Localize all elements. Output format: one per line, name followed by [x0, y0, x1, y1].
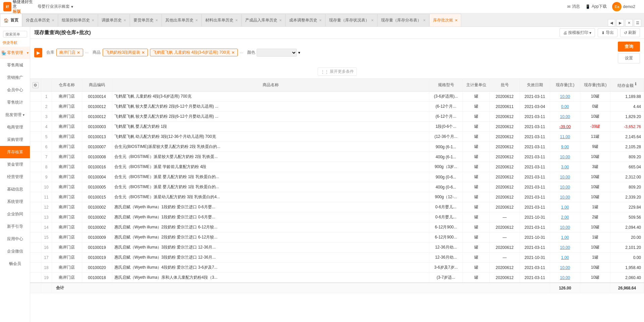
tab-menu-btn[interactable]: ☰	[634, 19, 641, 26]
product-tag-2[interactable]: 飞鹤星飞帆 儿童奶粉 4段(3-6岁适用) 700克 ✕	[150, 49, 238, 56]
search-input[interactable]	[3, 31, 27, 38]
col-code: 商品编码	[82, 79, 112, 92]
query-buttons: 查询 设置	[618, 42, 640, 63]
export-btn[interactable]: ⬇ 导出	[598, 28, 618, 37]
sidebar-item-retail-stats[interactable]: 零售统计	[0, 96, 30, 109]
nav-tab-controls: ◀ ▶ ✕ ☰	[608, 19, 644, 26]
table-row: 10 南岸门店 00100005 合生元（BIOSTIME）派星 婴儿配方奶粉 …	[30, 182, 644, 192]
table-row: 8 南岸门店 00100016 合生元（BIOSTIME）派星 学龄前儿童配方奶…	[30, 162, 644, 172]
header-actions: 🖨 按模板打印 ▾ ⬇ 导出 ↺ 刷新	[559, 28, 640, 37]
tab-prev-btn[interactable]: ◀	[608, 19, 615, 26]
table-row: 5 南岸门店 00100013 飞鹤星飞帆 幼儿配方奶粉 3段(12-36个月幼…	[30, 132, 644, 142]
tab-cost-adjust[interactable]: 成本调整单历史 ✕	[285, 14, 325, 26]
table-row: 6 南岸门店 00100007 合生元(BIOSTIME)派星较大婴儿配方奶粉 …	[30, 142, 644, 152]
table-row: 13 南岸门店 00100002 惠氏启赋（Wyeth illuma）1段奶粉 …	[30, 212, 644, 222]
sidebar-item-wholesale[interactable]: 批发管理 ▾	[0, 109, 30, 121]
sidebar-item-new-guide[interactable]: 新手引导	[0, 220, 30, 233]
sidebar-item-retail-mall[interactable]: 零售商城	[0, 59, 30, 71]
sidebar-item-retail-mgmt[interactable]: 🏪 零售管理 ▾	[0, 47, 30, 59]
tab-yao-huo[interactable]: 要货单历史 ✕	[130, 14, 162, 26]
app-download-btn[interactable]: 📱 App下载	[585, 4, 607, 9]
sidebar-item-basic-info[interactable]: 基础信息	[0, 183, 30, 196]
tab-stock-dist[interactable]: 现存量（库存分布表） ✕	[377, 14, 429, 26]
footer-total-qty: 126.00	[550, 283, 580, 293]
tab-stock-batch[interactable]: 库存批次账 ✕	[429, 14, 461, 26]
filter-expand-arrow[interactable]: ▶	[34, 48, 42, 57]
settings-icon[interactable]: ⚙	[33, 82, 39, 88]
sidebar-item-purchase[interactable]: 采购管理	[0, 133, 30, 146]
tab-fen-pan[interactable]: 分盘点单历史 ✕	[22, 14, 58, 26]
top-bar: 好 畅捷通好生意 标版 母婴行业演示账套 ▾ ✉ 消息 📱 App下载 Ea d…	[0, 0, 644, 13]
table-footer: 合计 126.00 26,968.64	[30, 283, 644, 293]
table-row: 19 南岸门店 00100018 惠氏启赋（Wyeth illuma）亲和人体儿…	[30, 273, 644, 283]
product-tag-1-remove[interactable]: ✕	[142, 50, 145, 55]
page-header: 现存量查询(按仓库+批次) 🖨 按模板打印 ▾ ⬇ 导出 ↺ 刷新	[30, 27, 644, 39]
tab-zu-chai[interactable]: 组装拆卸单历史 ✕	[58, 14, 98, 26]
tab-diao-bo[interactable]: 调拨单历史 ✕	[98, 14, 130, 26]
col-amount: 结存金额 ℹ	[610, 79, 644, 92]
sidebar-item-corp-collab[interactable]: 企业协同	[0, 208, 30, 220]
table-container: ⚙ 仓库名称 商品编码 商品名称 规格型号 主计量单位 批号 失效日期 现存量(…	[30, 79, 644, 322]
tab-home[interactable]: 🏠 首页	[0, 14, 22, 26]
warehouse-more[interactable]: ···	[85, 50, 89, 55]
sidebar-item-inventory[interactable]: 库存核算	[0, 146, 30, 158]
sidebar-item-biz-mgmt[interactable]: 经营管理	[0, 171, 30, 183]
table-row: 14 南岸门店 00100002 惠氏启赋（Wyeth illuma）2段奶粉 …	[30, 222, 644, 232]
table-header-row: ⚙ 仓库名称 商品编码 商品名称 规格型号 主计量单位 批号 失效日期 现存量(…	[30, 79, 644, 92]
sidebar-item-corp-wechat[interactable]: 企业微信	[0, 245, 30, 258]
page-title: 现存量查询(按仓库+批次)	[34, 30, 557, 36]
color-label: 颜色	[247, 50, 255, 55]
sidebar-item-finance[interactable]: 资金管理	[0, 158, 30, 171]
table-row: 18 南岸门店 00100020 惠氏启赋（Wyeth illuma）4段奶粉 …	[30, 263, 644, 273]
filter-row: ▶ 合库 南岸门店 ✕ ··· 商品 飞鹤奶粉3段两提装 ✕	[34, 42, 640, 63]
sidebar-item-app-center[interactable]: 应用中心	[0, 233, 30, 245]
table-row: 17 南岸门店 00100019 惠氏启赋（Wyeth illuma）3段奶粉 …	[30, 253, 644, 263]
tab-product-in[interactable]: 产成品入库单历史 ✕	[241, 14, 285, 26]
quick-nav[interactable]: 快捷导航	[0, 39, 30, 47]
col-qty-pkg: 现存量(包装)	[580, 79, 610, 92]
industry-selector[interactable]: 母婴行业演示账套 ▾	[34, 4, 77, 9]
logo-icon: 好	[3, 2, 11, 11]
logo-area: 好 畅捷通好生意 标版	[3, 0, 34, 14]
col-settings[interactable]: ⚙	[30, 79, 41, 92]
expand-row: ⋮⋮ 展开更多条件	[34, 65, 640, 76]
table-row: 16 南岸门店 00100019 惠氏启赋（Wyeth illuma）3段奶粉 …	[30, 243, 644, 253]
settings-btn[interactable]: 设置	[618, 53, 640, 63]
color-select[interactable]	[257, 49, 297, 57]
warehouse-tag[interactable]: 南岸门店 ✕	[56, 49, 83, 56]
sidebar-search[interactable]	[2, 30, 29, 39]
product-tag-2-remove[interactable]: ✕	[231, 50, 235, 55]
product-tag-1[interactable]: 飞鹤奶粉3段两提装 ✕	[103, 49, 148, 56]
product-filter: 商品 飞鹤奶粉3段两提装 ✕ 飞鹤星飞帆 儿童奶粉 4段(3-6岁适用) 700…	[93, 49, 243, 56]
col-spec: 规格型号	[429, 79, 463, 92]
tab-other-out[interactable]: 其他出库单历史 ✕	[162, 14, 202, 26]
user-profile[interactable]: Ea demo2	[612, 2, 635, 11]
sidebar-item-sys-mgmt[interactable]: 系统管理	[0, 196, 30, 208]
footer-label: 合计	[52, 283, 550, 293]
sidebar-item-member[interactable]: 会员中心	[0, 84, 30, 96]
logo-text: 畅捷通好生意 标版	[13, 0, 34, 14]
col-qty-main: 现存量(主)	[550, 79, 580, 92]
col-unit: 主计量单位	[463, 79, 490, 92]
query-btn[interactable]: 查询	[618, 42, 640, 52]
nav-tabs-bar: 🏠 首页 分盘点单历史 ✕ 组装拆卸单历史 ✕ 调拨单历史 ✕ 要货单历史 ✕ …	[0, 13, 644, 27]
table-row: 11 南岸门店 00100015 合生元（BIOSTIME）派星幼儿配方奶粉 3…	[30, 192, 644, 202]
sidebar-item-marketing[interactable]: 营销推广	[0, 71, 30, 84]
refresh-btn[interactable]: ↺ 刷新	[620, 28, 640, 37]
tab-material-out[interactable]: 材料出库单历史 ✕	[202, 14, 241, 26]
table-row: 3 南岸门店 00100012 飞鹤星飞帆 较大婴儿配方奶粉 2段(6-12个月…	[30, 112, 644, 122]
message-btn[interactable]: ✉ 消息	[567, 4, 580, 9]
tab-next-btn[interactable]: ▶	[616, 19, 624, 26]
sidebar-item-ecommerce[interactable]: 电商管理	[0, 121, 30, 133]
col-batch: 批号	[490, 79, 520, 92]
table-row: 9 南岸门店 00100004 合生元（BIOSTIME）派星 婴儿配方奶粉 1…	[30, 172, 644, 182]
top-right-actions: ✉ 消息 📱 App下载 Ea demo2	[562, 2, 641, 11]
warehouse-tag-remove[interactable]: ✕	[77, 50, 80, 55]
tab-stock-status[interactable]: 现存量（库存状况表） ✕	[325, 14, 377, 26]
template-print-btn[interactable]: 🖨 按模板打印 ▾	[559, 28, 595, 37]
expand-btn[interactable]: ⋮⋮ 展开更多条件	[318, 67, 357, 76]
table-row: 7 南岸门店 00100008 合生元（BIOSTIME）派星较大婴儿配方奶粉 …	[30, 152, 644, 162]
sidebar-item-vip[interactable]: 畅会员	[0, 258, 30, 270]
product-more[interactable]: ···	[240, 50, 243, 55]
tab-close-btn[interactable]: ✕	[625, 19, 633, 26]
